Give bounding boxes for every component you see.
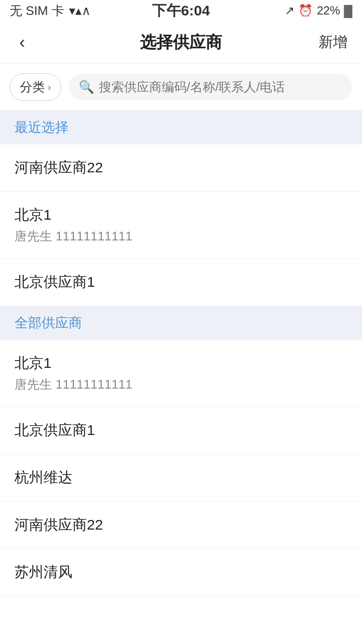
status-time: 下午6:04 <box>152 1 210 21</box>
list-item[interactable]: 河南供应商22 <box>0 502 362 549</box>
all-items-list: 北京1唐先生 11111111111北京供应商1杭州维达河南供应商22苏州清风 <box>0 340 362 596</box>
back-button[interactable]: ‹ <box>14 28 30 57</box>
location-icon: ↗ <box>285 4 294 17</box>
page-title: 选择供应商 <box>140 31 222 54</box>
item-name: 杭州维达 <box>14 468 348 488</box>
list-item[interactable]: 河南供应商22 <box>0 144 362 192</box>
recent-section-header: 最近选择 <box>0 111 362 144</box>
status-bar: 无 SIM 卡 ▾▴∧ 下午6:04 ↗ ⏰ 22% ▓ <box>0 0 362 21</box>
search-icon: 🔍 <box>79 80 94 95</box>
status-right: ↗ ⏰ 22% ▓ <box>285 4 352 17</box>
battery-text: 22% <box>317 4 340 17</box>
wifi-icon: ▾▴∧ <box>69 3 91 18</box>
list-item[interactable]: 北京1唐先生 11111111111 <box>0 340 362 407</box>
list-item[interactable]: 北京供应商1 <box>0 407 362 454</box>
category-label: 分类 <box>20 79 45 96</box>
list-item[interactable]: 苏州清风 <box>0 549 362 596</box>
item-sub: 唐先生 11111111111 <box>14 228 348 245</box>
search-input-wrap[interactable]: 🔍 <box>69 74 352 100</box>
status-left: 无 SIM 卡 ▾▴∧ <box>10 2 91 19</box>
item-sub: 唐先生 11111111111 <box>14 376 348 393</box>
nav-bar: ‹ 选择供应商 新增 <box>0 21 362 64</box>
item-name: 北京1 <box>14 353 348 373</box>
item-name: 北京供应商1 <box>14 420 348 440</box>
battery-icon: ▓ <box>344 4 353 17</box>
chevron-right-icon: › <box>48 82 51 93</box>
recent-items-list: 河南供应商22北京1唐先生 11111111111北京供应商1 <box>0 144 362 306</box>
list-item[interactable]: 北京1唐先生 11111111111 <box>0 192 362 259</box>
carrier-text: 无 SIM 卡 <box>10 2 64 19</box>
item-name: 苏州清风 <box>14 562 348 582</box>
alarm-icon: ⏰ <box>298 4 313 17</box>
category-button[interactable]: 分类 › <box>10 73 61 101</box>
add-button[interactable]: 新增 <box>319 32 348 52</box>
search-input[interactable] <box>99 80 343 95</box>
list-item[interactable]: 北京供应商1 <box>0 259 362 306</box>
all-section-header: 全部供应商 <box>0 306 362 340</box>
item-name: 北京供应商1 <box>14 272 348 292</box>
list-item[interactable]: 杭州维达 <box>0 454 362 502</box>
item-name: 河南供应商22 <box>14 515 348 535</box>
search-bar: 分类 › 🔍 <box>0 64 362 111</box>
item-name: 北京1 <box>14 205 348 225</box>
item-name: 河南供应商22 <box>14 158 348 178</box>
